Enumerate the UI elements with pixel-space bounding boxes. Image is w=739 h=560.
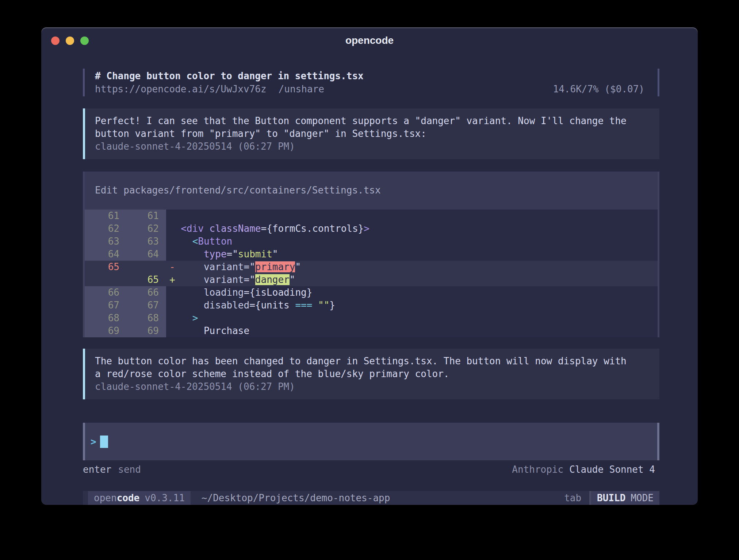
working-directory: ~/Desktop/Projects/demo-notes-app — [202, 491, 390, 505]
edit-tool-block: Edit packages/frontend/src/containers/Se… — [83, 172, 659, 337]
enter-key-hint: enter — [83, 464, 111, 475]
diff-row: 65+ variant="danger" — [85, 273, 658, 286]
old-line-number: 67 — [85, 299, 126, 312]
message-line: The button color has been changed to dan… — [95, 355, 651, 368]
new-line-number: 62 — [126, 222, 166, 235]
context-usage: 14.6K/7% ($0.07) — [553, 83, 658, 96]
send-action-label: send — [118, 464, 141, 475]
new-line-number: 63 — [126, 235, 166, 248]
new-line-number: 67 — [126, 299, 166, 312]
titlebar: opencode — [41, 27, 698, 54]
diff-code-line: + variant="danger" — [166, 273, 658, 286]
diff-code-line: <Button — [166, 235, 658, 248]
old-line-number: 65 — [85, 261, 126, 273]
message-meta: claude-sonnet-4-20250514 (06:27 PM) — [95, 380, 651, 393]
traffic-lights — [51, 27, 89, 54]
message-line: Perfect! I can see that the Button compo… — [95, 115, 651, 127]
new-line-number: 69 — [126, 325, 166, 337]
mode-label-bold: BUILD — [597, 492, 625, 503]
new-line-number — [126, 261, 166, 273]
diff-code-line: Purchase — [166, 325, 658, 337]
diff-code-line: type="submit" — [166, 248, 658, 261]
diff-code-line: disabled={units === ""} — [166, 299, 658, 312]
diff-row: 6161 — [85, 210, 658, 222]
session-content: # Change button color to danger in setti… — [41, 54, 698, 505]
app-version: v0.3.11 — [145, 492, 185, 503]
diff-row: 6666 loading={isLoading} — [85, 286, 658, 299]
new-line-number: 65 — [126, 273, 166, 286]
assistant-message: Perfect! I can see that the Button compo… — [83, 108, 659, 159]
minimize-window-button[interactable] — [66, 37, 74, 45]
zoom-window-button[interactable] — [80, 37, 89, 45]
diff-rows: 61616262 <div className={formCs.controls… — [85, 210, 658, 337]
app-version-badge: opencodev0.3.11 — [88, 491, 191, 505]
model-indicator: AnthropicClaude Sonnet 4 — [512, 463, 655, 476]
send-hint: entersend — [83, 463, 141, 476]
app-name-open: open — [94, 492, 117, 503]
diff-row: 6262 <div className={formCs.controls}> — [85, 222, 658, 235]
diff-code-line: <div className={formCs.controls}> — [166, 222, 658, 235]
diff-code-line: - variant="primary" — [166, 261, 658, 273]
new-line-number: 61 — [126, 210, 166, 222]
diff-row: 6464 type="submit" — [85, 248, 658, 261]
message-lines: Perfect! I can see that the Button compo… — [95, 115, 651, 140]
diff-code-line — [166, 210, 658, 222]
old-line-number: 61 — [85, 210, 126, 222]
session-header-left: # Change button color to danger in setti… — [85, 69, 364, 96]
mode-label-rest: MODE — [631, 492, 654, 503]
share-url[interactable]: https://opencode.ai/s/UwJxv76z — [95, 84, 267, 95]
diff-code-line: loading={isLoading} — [166, 286, 658, 299]
window-title: opencode — [41, 35, 698, 46]
old-line-number: 63 — [85, 235, 126, 248]
message-meta: claude-sonnet-4-20250514 (06:27 PM) — [95, 140, 651, 153]
unshare-command[interactable]: /unshare — [279, 84, 324, 95]
assistant-message: The button color has been changed to dan… — [83, 349, 659, 399]
desktop: opencode # Change button color to danger… — [0, 0, 739, 560]
opencode-window: opencode # Change button color to danger… — [41, 27, 698, 505]
text-cursor — [100, 436, 108, 448]
status-bar: opencodev0.3.11 ~/Desktop/Projects/demo-… — [83, 491, 659, 505]
provider-name: Anthropic — [512, 464, 563, 475]
new-line-number: 68 — [126, 312, 166, 325]
session-header: # Change button color to danger in setti… — [83, 69, 659, 96]
diff-row: 65- variant="primary" — [85, 261, 658, 273]
close-window-button[interactable] — [51, 37, 60, 45]
message-line: button variant from "primary" to "danger… — [95, 127, 651, 140]
new-line-number: 64 — [126, 248, 166, 261]
old-line-number: 68 — [85, 312, 126, 325]
diff-row: 6767 disabled={units === ""} — [85, 299, 658, 312]
mode-toggle[interactable]: BUILDMODE — [591, 491, 659, 505]
old-line-number: 66 — [85, 286, 126, 299]
diff-code-line: > — [166, 312, 658, 325]
edit-tool-title: Edit packages/frontend/src/containers/Se… — [85, 172, 658, 210]
status-bar-left: opencodev0.3.11 ~/Desktop/Projects/demo-… — [83, 491, 390, 505]
new-line-number: 66 — [126, 286, 166, 299]
prompt-input[interactable]: > — [83, 423, 659, 460]
tab-key-hint: tab — [564, 491, 581, 505]
old-line-number: 62 — [85, 222, 126, 235]
message-line: a red/rose color scheme instead of the b… — [95, 368, 651, 380]
model-name: Claude Sonnet 4 — [569, 464, 655, 475]
prompt-symbol: > — [91, 436, 96, 447]
app-name-code: code — [117, 492, 140, 503]
old-line-number: 69 — [85, 325, 126, 337]
diff-row: 6363 <Button — [85, 235, 658, 248]
message-lines: The button color has been changed to dan… — [95, 355, 651, 380]
diff-row: 6868 > — [85, 312, 658, 325]
footer-hints: entersend AnthropicClaude Sonnet 4 — [83, 463, 659, 476]
session-subtitle: https://opencode.ai/s/UwJxv76z/unshare — [95, 83, 364, 96]
status-bar-right: tab BUILDMODE — [564, 491, 659, 505]
old-line-number — [85, 273, 126, 286]
diff-row: 6969 Purchase — [85, 325, 658, 337]
old-line-number: 64 — [85, 248, 126, 261]
session-title: # Change button color to danger in setti… — [95, 69, 364, 83]
